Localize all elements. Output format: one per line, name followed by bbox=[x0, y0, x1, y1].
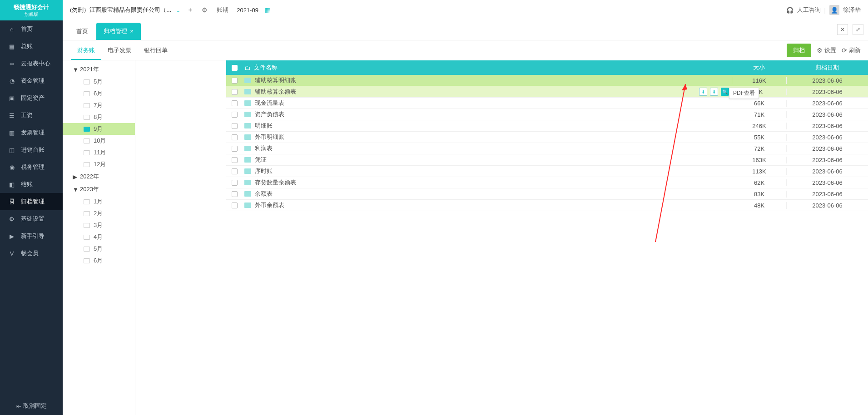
table-row[interactable]: 外币余额表48K2023-06-06 bbox=[226, 200, 868, 211]
inner-tab-1[interactable]: 电子发票 bbox=[101, 42, 138, 60]
file-name: 明细账 bbox=[255, 122, 273, 130]
tree-month[interactable]: 4月 bbox=[63, 231, 135, 243]
file-name: 现金流量表 bbox=[255, 99, 284, 107]
table-row[interactable]: 辅助核算余额表⬇⬇🔍PDF查看1K2023-06-06 bbox=[226, 86, 868, 98]
consult-link[interactable]: 人工咨询 bbox=[797, 6, 821, 14]
tree-month[interactable]: 1月 bbox=[63, 196, 135, 208]
select-all-checkbox[interactable] bbox=[232, 65, 238, 71]
sidebar-item-label: 基础设置 bbox=[21, 215, 45, 223]
period-value[interactable]: 2021-09 bbox=[237, 7, 258, 14]
file-icon bbox=[244, 123, 251, 128]
table-row[interactable]: 存货数量余额表62K2023-06-06 bbox=[226, 177, 868, 188]
export-excel-icon[interactable]: ⬇ bbox=[699, 88, 707, 96]
sidebar-item-10[interactable]: 🗄归档管理 bbox=[0, 193, 63, 210]
sidebar-item-1[interactable]: ▤总账 bbox=[0, 38, 63, 55]
row-checkbox[interactable] bbox=[232, 100, 238, 106]
avatar[interactable]: 👤 bbox=[829, 5, 839, 15]
calendar-icon[interactable]: ▦ bbox=[263, 6, 273, 14]
sidebar-item-3[interactable]: ◔资金管理 bbox=[0, 72, 63, 89]
file-name: 外币余额表 bbox=[255, 201, 284, 209]
row-checkbox[interactable] bbox=[232, 157, 238, 163]
sidebar-item-5[interactable]: ☰工资 bbox=[0, 107, 63, 124]
tree-month[interactable]: 5月 bbox=[63, 243, 135, 255]
page-tab-0[interactable]: 首页 bbox=[69, 23, 95, 40]
table-row[interactable]: 利润表72K2023-06-06 bbox=[226, 143, 868, 154]
row-checkbox[interactable] bbox=[232, 123, 238, 129]
row-checkbox[interactable] bbox=[232, 203, 238, 208]
file-name: 利润表 bbox=[255, 144, 273, 153]
brand-logo[interactable]: 畅捷通好会计 旗舰版 bbox=[0, 0, 63, 20]
tree-month[interactable]: 6月 bbox=[63, 88, 135, 99]
sidebar-item-11[interactable]: ⚙基础设置 bbox=[0, 210, 63, 227]
row-checkbox[interactable] bbox=[232, 89, 238, 95]
sidebar-item-8[interactable]: ◉税务管理 bbox=[0, 158, 63, 176]
sidebar-item-13[interactable]: V畅会员 bbox=[0, 245, 63, 262]
sidebar-item-12[interactable]: ▶新手引导 bbox=[0, 227, 63, 245]
sidebar-item-2[interactable]: ⬄云报表中心 bbox=[0, 55, 63, 72]
tree-month[interactable]: 11月 bbox=[63, 147, 135, 158]
refresh-link[interactable]: ⟳刷新 bbox=[842, 46, 861, 54]
row-checkbox[interactable] bbox=[232, 78, 238, 84]
table-row[interactable]: 明细账246K2023-06-06 bbox=[226, 120, 868, 132]
table-row[interactable]: 资产负债表71K2023-06-06 bbox=[226, 109, 868, 120]
file-date: 2023-06-06 bbox=[786, 123, 868, 129]
file-icon bbox=[244, 89, 251, 94]
table-row[interactable]: 序时账113K2023-06-06 bbox=[226, 166, 868, 177]
table-row[interactable]: 外币明细账55K2023-06-06 bbox=[226, 132, 868, 143]
tree-month[interactable]: 7月 bbox=[63, 99, 135, 111]
tree-month[interactable]: 9月 bbox=[63, 123, 135, 135]
settings-link[interactable]: ⚙设置 bbox=[817, 46, 836, 54]
member-icon: V bbox=[8, 250, 15, 257]
tree-month[interactable]: 10月 bbox=[63, 135, 135, 147]
invoice-icon: ▥ bbox=[8, 129, 15, 136]
tree-month[interactable]: 2月 bbox=[63, 208, 135, 219]
tab-close-icon[interactable]: × bbox=[130, 28, 134, 35]
file-size: 113K bbox=[732, 168, 786, 175]
tree-year-0[interactable]: ▼2021年 bbox=[63, 63, 135, 76]
tree-month[interactable]: 8月 bbox=[63, 111, 135, 123]
tree-year-2[interactable]: ▼2023年 bbox=[63, 183, 135, 196]
sidebar-item-7[interactable]: ◫进销台账 bbox=[0, 141, 63, 158]
tree-month[interactable]: 3月 bbox=[63, 219, 135, 231]
gear-icon[interactable]: ⚙ bbox=[200, 6, 209, 14]
period-label: 账期 bbox=[217, 6, 228, 14]
company-selector[interactable]: (勿删）江西服宝精品有限责任公司（... bbox=[70, 6, 171, 14]
row-checkbox[interactable] bbox=[232, 112, 238, 118]
file-date: 2023-06-06 bbox=[786, 111, 868, 118]
tree-month[interactable]: 12月 bbox=[63, 158, 135, 170]
tree-year-1[interactable]: ▶2022年 bbox=[63, 170, 135, 183]
tab-close-button[interactable]: ✕ bbox=[837, 24, 848, 35]
chevron-down-icon[interactable]: ⌄ bbox=[176, 7, 181, 14]
file-date: 2023-06-06 bbox=[786, 145, 868, 152]
sidebar-item-9[interactable]: ◧结账 bbox=[0, 176, 63, 193]
inner-tab-2[interactable]: 银行回单 bbox=[138, 42, 174, 60]
sidebar-item-4[interactable]: ▣固定资产 bbox=[0, 89, 63, 107]
table-row[interactable]: 现金流量表66K2023-06-06 bbox=[226, 98, 868, 109]
add-icon[interactable]: ＋ bbox=[185, 6, 195, 14]
tree-month[interactable]: 5月 bbox=[63, 76, 135, 88]
table-row[interactable]: 辅助核算明细账116K2023-06-06 bbox=[226, 75, 868, 86]
sidebar-footer-toggle[interactable]: ⇤ 取消固定 bbox=[0, 397, 63, 415]
export-pdf-icon[interactable]: ⬇ bbox=[710, 88, 718, 96]
sidebar-item-0[interactable]: ⌂首页 bbox=[0, 20, 63, 38]
file-icon bbox=[244, 100, 251, 106]
pdf-view-tooltip: PDF查看 bbox=[729, 88, 759, 99]
page-tab-1[interactable]: 归档管理× bbox=[96, 23, 141, 40]
tab-expand-button[interactable]: ⤢ bbox=[853, 24, 863, 35]
row-checkbox[interactable] bbox=[232, 191, 238, 197]
sidebar-item-6[interactable]: ▥发票管理 bbox=[0, 124, 63, 141]
row-checkbox[interactable] bbox=[232, 134, 238, 140]
tree-month[interactable]: 6月 bbox=[63, 255, 135, 267]
row-checkbox[interactable] bbox=[232, 180, 238, 186]
sidebar-item-label: 新手引导 bbox=[21, 232, 45, 240]
archive-button[interactable]: 归档 bbox=[787, 44, 811, 57]
user-name[interactable]: 徐泽华 bbox=[843, 6, 861, 14]
row-checkbox[interactable] bbox=[232, 168, 238, 174]
file-icon bbox=[244, 112, 251, 117]
folder-icon bbox=[84, 127, 90, 132]
row-checkbox[interactable] bbox=[232, 146, 238, 152]
table-row[interactable]: 余额表83K2023-06-06 bbox=[226, 188, 868, 200]
file-name: 存货数量余额表 bbox=[255, 178, 296, 187]
inner-tab-0[interactable]: 财务账 bbox=[71, 42, 101, 60]
table-row[interactable]: 凭证163K2023-06-06 bbox=[226, 154, 868, 166]
